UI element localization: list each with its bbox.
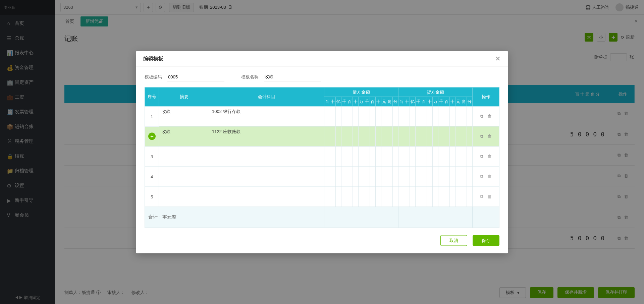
digit-cell[interactable] bbox=[341, 146, 347, 167]
digit-cell[interactable] bbox=[341, 126, 347, 146]
digit-cell[interactable] bbox=[398, 146, 404, 167]
digit-cell[interactable] bbox=[393, 146, 398, 167]
digit-cell[interactable] bbox=[381, 146, 387, 167]
cancel-button[interactable]: 取消 bbox=[440, 235, 467, 246]
digit-cell[interactable] bbox=[359, 187, 364, 207]
digit-cell[interactable] bbox=[410, 126, 416, 146]
digit-cell[interactable] bbox=[433, 187, 438, 207]
digit-cell[interactable] bbox=[376, 187, 381, 207]
digit-cell[interactable] bbox=[370, 187, 376, 207]
copy-icon[interactable]: ⧉ bbox=[480, 194, 483, 199]
digit-cell[interactable] bbox=[347, 187, 353, 207]
digit-cell[interactable] bbox=[324, 187, 330, 207]
digit-cell[interactable] bbox=[336, 126, 341, 146]
digit-cell[interactable] bbox=[404, 126, 410, 146]
digit-cell[interactable] bbox=[324, 146, 330, 167]
digit-cell[interactable] bbox=[376, 146, 381, 167]
delete-icon[interactable]: 🗑 bbox=[487, 134, 492, 139]
digit-cell[interactable] bbox=[370, 146, 376, 167]
digit-cell[interactable] bbox=[341, 187, 347, 207]
summary-cell[interactable] bbox=[159, 187, 209, 207]
digit-cell[interactable] bbox=[416, 146, 421, 167]
subject-cell[interactable] bbox=[209, 187, 324, 207]
digit-cell[interactable] bbox=[450, 146, 455, 167]
digit-cell[interactable] bbox=[393, 126, 398, 146]
digit-cell[interactable] bbox=[444, 126, 450, 146]
digit-cell[interactable] bbox=[330, 187, 336, 207]
digit-cell[interactable] bbox=[410, 106, 416, 126]
digit-cell[interactable] bbox=[353, 146, 359, 167]
digit-cell[interactable] bbox=[461, 126, 467, 146]
subject-cell[interactable]: 1002 银行存款 bbox=[209, 106, 324, 126]
delete-icon[interactable]: 🗑 bbox=[487, 154, 492, 159]
digit-cell[interactable] bbox=[444, 187, 450, 207]
digit-cell[interactable] bbox=[461, 106, 467, 126]
digit-cell[interactable] bbox=[444, 167, 450, 187]
digit-cell[interactable] bbox=[427, 187, 433, 207]
save-template-button[interactable]: 保存 bbox=[473, 235, 499, 246]
digit-cell[interactable] bbox=[341, 106, 347, 126]
digit-cell[interactable] bbox=[421, 167, 427, 187]
digit-cell[interactable] bbox=[364, 146, 370, 167]
digit-cell[interactable] bbox=[387, 106, 393, 126]
digit-cell[interactable] bbox=[398, 106, 404, 126]
template-name-input[interactable] bbox=[264, 72, 321, 81]
subject-cell[interactable] bbox=[209, 146, 324, 167]
summary-cell[interactable] bbox=[159, 146, 209, 167]
digit-cell[interactable] bbox=[427, 167, 433, 187]
close-icon[interactable]: ✕ bbox=[495, 55, 501, 63]
digit-cell[interactable] bbox=[347, 126, 353, 146]
digit-cell[interactable] bbox=[364, 106, 370, 126]
digit-cell[interactable] bbox=[330, 146, 336, 167]
digit-cell[interactable] bbox=[427, 106, 433, 126]
digit-cell[interactable] bbox=[364, 126, 370, 146]
digit-cell[interactable] bbox=[336, 167, 341, 187]
digit-cell[interactable] bbox=[455, 167, 461, 187]
digit-cell[interactable] bbox=[455, 146, 461, 167]
digit-cell[interactable] bbox=[404, 187, 410, 207]
copy-icon[interactable]: ⧉ bbox=[480, 134, 483, 139]
digit-cell[interactable] bbox=[427, 146, 433, 167]
digit-cell[interactable] bbox=[416, 167, 421, 187]
digit-cell[interactable] bbox=[410, 146, 416, 167]
digit-cell[interactable] bbox=[364, 167, 370, 187]
delete-icon[interactable]: 🗑 bbox=[487, 194, 492, 199]
digit-cell[interactable] bbox=[467, 126, 473, 146]
digit-cell[interactable] bbox=[455, 106, 461, 126]
digit-cell[interactable] bbox=[387, 187, 393, 207]
digit-cell[interactable] bbox=[398, 167, 404, 187]
digit-cell[interactable] bbox=[370, 167, 376, 187]
digit-cell[interactable] bbox=[330, 126, 336, 146]
copy-icon[interactable]: ⧉ bbox=[480, 114, 483, 119]
digit-cell[interactable] bbox=[438, 106, 444, 126]
delete-icon[interactable]: 🗑 bbox=[487, 114, 492, 119]
summary-cell[interactable]: 收款 bbox=[159, 106, 209, 126]
template-code-input[interactable] bbox=[167, 72, 224, 81]
digit-cell[interactable] bbox=[359, 106, 364, 126]
digit-cell[interactable] bbox=[376, 167, 381, 187]
digit-cell[interactable] bbox=[461, 187, 467, 207]
digit-cell[interactable] bbox=[421, 187, 427, 207]
digit-cell[interactable] bbox=[410, 167, 416, 187]
digit-cell[interactable] bbox=[353, 126, 359, 146]
digit-cell[interactable] bbox=[416, 126, 421, 146]
digit-cell[interactable] bbox=[324, 106, 330, 126]
digit-cell[interactable] bbox=[427, 126, 433, 146]
digit-cell[interactable] bbox=[370, 106, 376, 126]
digit-cell[interactable] bbox=[467, 187, 473, 207]
digit-cell[interactable] bbox=[398, 187, 404, 207]
digit-cell[interactable] bbox=[381, 126, 387, 146]
digit-cell[interactable] bbox=[336, 106, 341, 126]
digit-cell[interactable] bbox=[359, 146, 364, 167]
digit-cell[interactable] bbox=[450, 167, 455, 187]
digit-cell[interactable] bbox=[341, 167, 347, 187]
digit-cell[interactable] bbox=[433, 126, 438, 146]
digit-cell[interactable] bbox=[438, 167, 444, 187]
subject-cell[interactable]: 1122 应收账款 bbox=[209, 126, 324, 146]
digit-cell[interactable] bbox=[387, 126, 393, 146]
digit-cell[interactable] bbox=[433, 106, 438, 126]
digit-cell[interactable] bbox=[353, 167, 359, 187]
digit-cell[interactable] bbox=[324, 167, 330, 187]
digit-cell[interactable] bbox=[381, 106, 387, 126]
digit-cell[interactable] bbox=[455, 126, 461, 146]
